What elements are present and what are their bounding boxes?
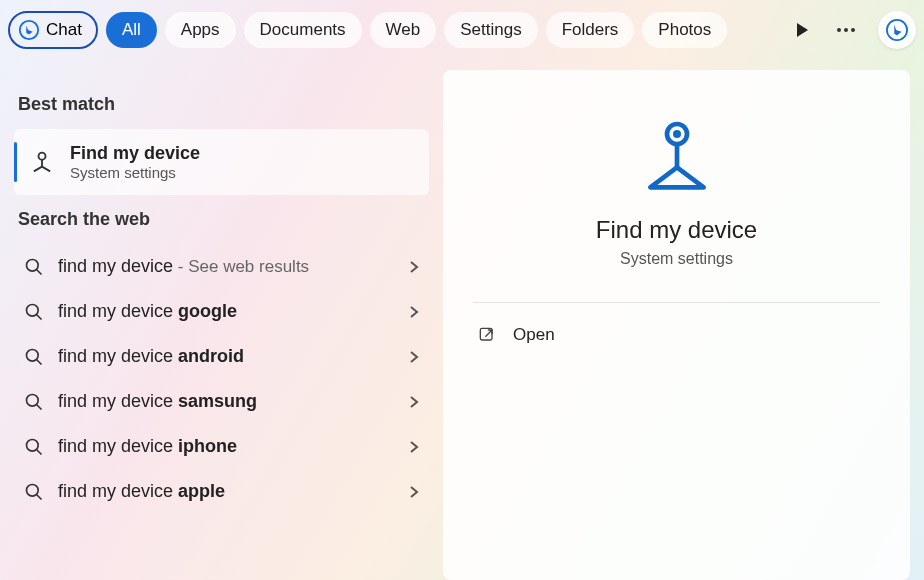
- web-result-item[interactable]: find my device iphone: [14, 424, 429, 469]
- svg-point-3: [851, 28, 855, 32]
- web-result-item[interactable]: find my device - See web results: [14, 244, 429, 289]
- search-web-heading: Search the web: [18, 209, 429, 230]
- detail-find-my-device-icon: [637, 114, 717, 194]
- bing-button[interactable]: [878, 11, 916, 49]
- svg-point-6: [27, 259, 39, 271]
- web-result-item[interactable]: find my device apple: [14, 469, 429, 514]
- chevron-right-icon: [409, 485, 419, 499]
- find-my-device-icon: [28, 148, 56, 176]
- open-action[interactable]: Open: [473, 315, 880, 355]
- web-result-text: find my device apple: [58, 481, 395, 502]
- top-bar: Chat All Apps Documents Web Settings Fol…: [0, 0, 924, 60]
- chevron-right-icon: [409, 260, 419, 274]
- svg-point-8: [27, 349, 39, 361]
- detail-subtitle: System settings: [620, 250, 733, 268]
- chat-label: Chat: [46, 20, 82, 40]
- chat-button[interactable]: Chat: [8, 11, 98, 49]
- detail-title: Find my device: [596, 216, 757, 244]
- web-result-text: find my device - See web results: [58, 256, 395, 277]
- web-result-text: find my device android: [58, 346, 395, 367]
- svg-point-5: [39, 153, 46, 160]
- tab-all[interactable]: All: [106, 12, 157, 48]
- results-panel: Best match Find my device System setting…: [14, 70, 429, 580]
- tab-folders[interactable]: Folders: [546, 12, 635, 48]
- detail-panel: Find my device System settings Open: [443, 70, 910, 580]
- bing-chat-icon: [18, 19, 40, 41]
- open-icon: [477, 325, 497, 345]
- svg-point-13: [673, 130, 681, 138]
- svg-point-9: [27, 394, 39, 406]
- tab-web[interactable]: Web: [370, 12, 437, 48]
- svg-point-2: [844, 28, 848, 32]
- tab-apps[interactable]: Apps: [165, 12, 236, 48]
- tab-documents[interactable]: Documents: [244, 12, 362, 48]
- chevron-right-icon: [409, 395, 419, 409]
- web-result-text: find my device samsung: [58, 391, 395, 412]
- web-result-item[interactable]: find my device samsung: [14, 379, 429, 424]
- bing-icon: [886, 19, 908, 41]
- chevron-right-icon: [409, 440, 419, 454]
- open-label: Open: [513, 325, 555, 345]
- svg-point-4: [887, 20, 907, 40]
- search-icon: [24, 437, 44, 457]
- svg-point-1: [837, 28, 841, 32]
- tab-photos[interactable]: Photos: [642, 12, 727, 48]
- tab-settings[interactable]: Settings: [444, 12, 537, 48]
- search-icon: [24, 482, 44, 502]
- chevron-right-icon: [409, 305, 419, 319]
- web-result-text: find my device google: [58, 301, 395, 322]
- svg-point-11: [27, 484, 39, 496]
- svg-point-10: [27, 439, 39, 451]
- more-icon: [836, 27, 856, 33]
- content: Best match Find my device System setting…: [0, 60, 924, 580]
- web-result-item[interactable]: find my device android: [14, 334, 429, 379]
- web-result-item[interactable]: find my device google: [14, 289, 429, 334]
- detail-divider: [473, 302, 880, 303]
- search-icon: [24, 302, 44, 322]
- best-match-heading: Best match: [18, 94, 429, 115]
- best-match-subtitle: System settings: [70, 164, 200, 181]
- more-button[interactable]: [828, 12, 864, 48]
- best-match-title: Find my device: [70, 143, 200, 164]
- web-results-list: find my device - See web results find my…: [14, 244, 429, 514]
- svg-point-0: [20, 21, 38, 39]
- search-icon: [24, 392, 44, 412]
- search-icon: [24, 347, 44, 367]
- search-icon: [24, 257, 44, 277]
- best-match-item[interactable]: Find my device System settings: [14, 129, 429, 195]
- chevron-right-icon: [409, 350, 419, 364]
- svg-point-7: [27, 304, 39, 316]
- web-result-text: find my device iphone: [58, 436, 395, 457]
- filter-tabs: All Apps Documents Web Settings Folders …: [106, 12, 727, 48]
- play-button[interactable]: [784, 12, 820, 48]
- best-match-text: Find my device System settings: [70, 143, 200, 181]
- play-icon: [795, 22, 809, 38]
